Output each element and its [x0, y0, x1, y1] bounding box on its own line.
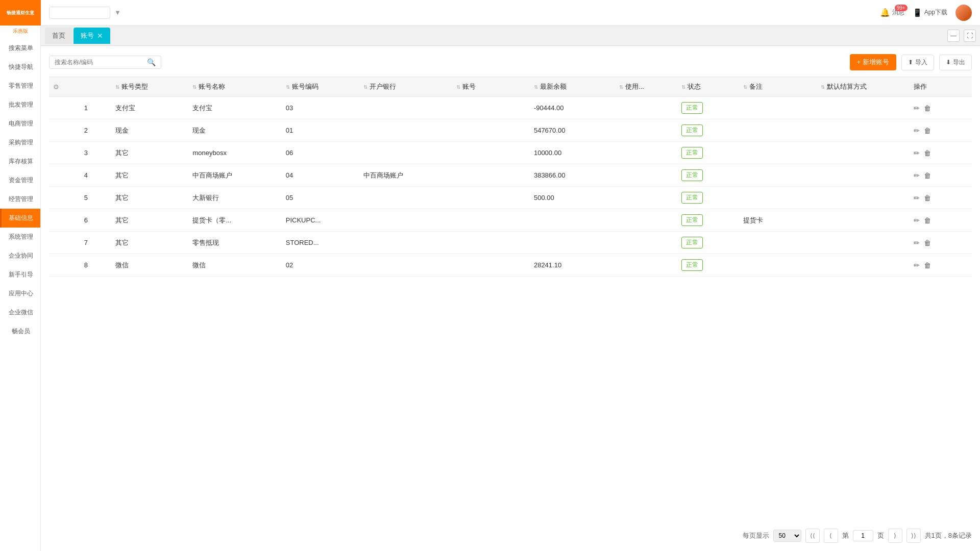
cell-num-6: 7 — [80, 232, 111, 254]
status-badge: 正常 — [681, 237, 703, 248]
import-button[interactable]: ⬆ 导入 — [901, 55, 934, 70]
edit-button-3[interactable]: ✏ — [914, 171, 920, 180]
sidebar-item-operation[interactable]: 经营管理 — [0, 190, 40, 209]
page-next-button[interactable]: ⟩ — [888, 529, 902, 543]
cell-type-4: 其它 — [111, 187, 189, 209]
delete-button-3[interactable]: 🗑 — [924, 171, 931, 180]
sidebar-item-label: 应用中心 — [4, 289, 38, 298]
user-avatar[interactable] — [955, 5, 972, 21]
cell-name-0: 支付宝 — [188, 97, 281, 119]
cell-account-0 — [452, 97, 530, 119]
tab-accounts[interactable]: 账号 ✕ — [74, 28, 110, 44]
sidebar-item-system[interactable]: 系统管理 — [0, 228, 40, 246]
sidebar-item-quicknav[interactable]: 快捷导航 — [0, 58, 40, 77]
cell-bank-5 — [359, 209, 452, 232]
status-badge: 正常 — [681, 124, 703, 136]
sidebar-item-finance[interactable]: 资金管理 — [0, 171, 40, 190]
logo: 畅捷通财生意 — [0, 0, 41, 26]
top-search-dropdown-icon[interactable]: ▼ — [114, 9, 121, 16]
cell-balance-2: 10000.00 — [530, 142, 615, 164]
cell-balance-5 — [530, 209, 615, 232]
delete-button-0[interactable]: 🗑 — [924, 104, 931, 112]
cell-type-7: 微信 — [111, 254, 189, 277]
sidebar-item-label: 系统管理 — [4, 233, 38, 241]
page-number-input[interactable] — [853, 530, 873, 541]
toolbar: 🔍 + 新增账号 ⬆ 导入 ⬇ 导出 — [49, 54, 972, 70]
cell-balance-7: 28241.10 — [530, 254, 615, 277]
col-header-code: ⇅账号编码 — [282, 77, 359, 97]
export-label: 导出 — [953, 58, 965, 67]
edit-button-1[interactable]: ✏ — [914, 127, 920, 135]
edit-button-5[interactable]: ✏ — [914, 216, 920, 224]
cell-code-7: 02 — [282, 254, 359, 277]
delete-button-7[interactable]: 🗑 — [924, 261, 931, 269]
tab-home[interactable]: 首页 — [45, 28, 72, 44]
cell-settings-2 — [49, 142, 80, 164]
sidebar-item-ecommerce[interactable]: 电商管理 — [0, 114, 40, 133]
cell-balance-3: 383866.00 — [530, 164, 615, 187]
status-badge: 正常 — [681, 192, 703, 204]
cell-default-2 — [817, 142, 910, 164]
edit-button-2[interactable]: ✏ — [914, 149, 920, 157]
sidebar-item-basic[interactable]: 基础信息 — [0, 209, 40, 228]
page-first-button[interactable]: ⟨⟨ — [805, 529, 820, 543]
page-prev-button[interactable]: ⟨ — [824, 529, 838, 543]
sidebar-item-guide[interactable]: 新手引导 — [0, 265, 40, 284]
sidebar-item-member[interactable]: 畅会员 — [0, 322, 40, 341]
delete-button-2[interactable]: 🗑 — [924, 149, 931, 157]
cell-code-0: 03 — [282, 97, 359, 119]
top-search-input[interactable] — [49, 7, 110, 19]
bell-icon: 🔔 — [880, 8, 890, 17]
cell-notes-4 — [739, 187, 817, 209]
sidebar-item-label: 基础信息 — [4, 214, 38, 222]
delete-button-4[interactable]: 🗑 — [924, 194, 931, 202]
app-download-button[interactable]: 📱 App下载 — [913, 8, 947, 17]
cell-type-6: 其它 — [111, 232, 189, 254]
accounts-table: ⚙ ⇅账号类型 ⇅账号名称 ⇅账号编码 ⇅开户银行 — [49, 77, 972, 277]
settings-icon[interactable]: ⚙ — [53, 83, 59, 91]
edit-button-6[interactable]: ✏ — [914, 239, 920, 247]
tab-close-icon[interactable]: ✕ — [97, 32, 103, 39]
cell-account-7 — [452, 254, 530, 277]
table-row: 7 其它 零售抵现 STORED... 正常 ✏ 🗑 — [49, 232, 972, 254]
tab-maximize-button[interactable]: ⛶ — [964, 30, 976, 42]
search-icon[interactable]: 🔍 — [147, 58, 156, 66]
cell-default-3 — [817, 164, 910, 187]
cell-code-5: PICKUPC... — [282, 209, 359, 232]
cell-notes-7 — [739, 254, 817, 277]
sidebar-item-label: 批发管理 — [4, 101, 38, 109]
delete-button-5[interactable]: 🗑 — [924, 216, 931, 224]
cell-settings-3 — [49, 164, 80, 187]
add-account-button[interactable]: + 新增账号 — [850, 54, 896, 70]
cell-default-7 — [817, 254, 910, 277]
sidebar-item-retail[interactable]: 零售管理 — [0, 77, 40, 95]
cell-actions-2: ✏ 🗑 — [910, 142, 972, 164]
sidebar-item-label: 畅会员 — [4, 327, 38, 336]
sidebar-item-inventory[interactable]: 库存核算 — [0, 152, 40, 171]
sidebar-item-appcenter[interactable]: 应用中心 — [0, 284, 40, 303]
import-label: 导入 — [915, 58, 927, 67]
export-button[interactable]: ⬇ 导出 — [939, 55, 972, 70]
sidebar-item-wechat[interactable]: 企业微信 — [0, 303, 40, 322]
notification-button[interactable]: 🔔 消息 99+ — [880, 8, 904, 17]
per-page-select[interactable]: 50 100 — [773, 530, 801, 542]
edit-button-4[interactable]: ✏ — [914, 194, 920, 202]
sidebar-item-search[interactable]: 搜索菜单 — [0, 39, 40, 58]
cell-status-2: 正常 — [677, 142, 740, 164]
sidebar-item-purchase[interactable]: 采购管理 — [0, 133, 40, 152]
delete-button-6[interactable]: 🗑 — [924, 239, 931, 247]
delete-button-1[interactable]: 🗑 — [924, 127, 931, 135]
tab-minimize-button[interactable]: — — [947, 30, 960, 42]
sidebar-item-wholesale[interactable]: 批发管理 — [0, 95, 40, 114]
sidebar-item-enterprise[interactable]: 企业协同 — [0, 246, 40, 265]
cell-balance-1: 547670.00 — [530, 119, 615, 142]
cell-type-3: 其它 — [111, 164, 189, 187]
search-input[interactable] — [55, 59, 144, 66]
page-last-button[interactable]: ⟩⟩ — [906, 529, 921, 543]
edit-button-0[interactable]: ✏ — [914, 104, 920, 112]
cell-settings-5 — [49, 209, 80, 232]
cell-status-6: 正常 — [677, 232, 740, 254]
cell-name-2: moneybosx — [188, 142, 281, 164]
edit-button-7[interactable]: ✏ — [914, 261, 920, 269]
cell-num-4: 5 — [80, 187, 111, 209]
